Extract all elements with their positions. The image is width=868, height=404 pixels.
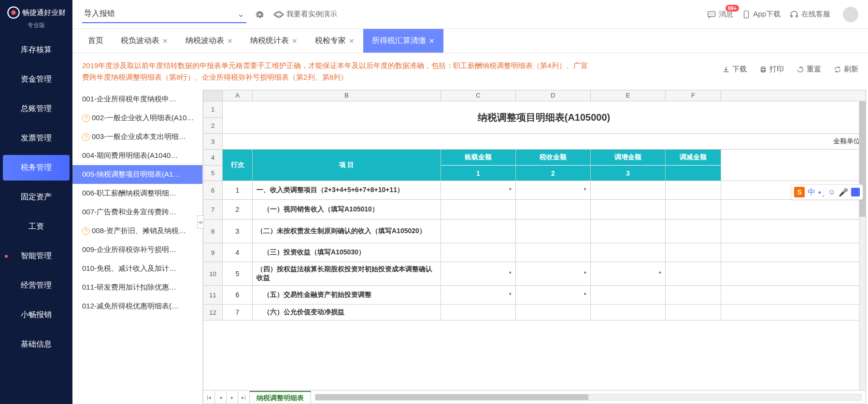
sidebar-item[interactable]: 基础信息 [0,330,72,359]
tab[interactable]: 税检专家✕ [306,29,363,53]
sidebar-item[interactable]: 资金管理 [0,65,72,94]
sheet-nav-first[interactable]: |◂ [203,391,215,404]
tree-item[interactable]: 007-广告费和业务宣传费跨… [72,203,202,222]
row-header[interactable]: 9 [203,243,223,262]
cell[interactable] [516,305,591,320]
sidebar-item[interactable]: 固定资产 [0,182,72,212]
ime-lang[interactable]: 中 [808,187,815,197]
cell[interactable] [666,243,721,262]
col-header[interactable]: B [253,90,441,101]
search-box[interactable]: 导入报错 ⌄ [82,6,246,23]
cell[interactable] [516,220,591,243]
search-input[interactable]: 导入报错 [84,9,237,19]
refresh-button[interactable]: 刷新 [834,65,858,74]
close-icon[interactable]: ✕ [349,37,355,45]
sidebar-item[interactable]: 工资 [0,212,72,241]
cell-item[interactable]: （一）视同销售收入（填写A105010） [253,200,441,219]
select-all-corner[interactable] [203,90,223,101]
tab[interactable]: 纳税统计表✕ [242,29,306,53]
col-header[interactable]: A [223,90,253,101]
app-download-button[interactable]: App下载 [742,10,781,19]
row-header[interactable]: 7 [203,200,223,219]
cell[interactable]: * [516,262,591,285]
chevron-down-icon[interactable]: ⌄ [237,9,244,19]
cell-item[interactable]: （二）未按权责发生制原则确认的收入（填写A105020） [253,220,441,243]
cell[interactable] [666,286,721,304]
row-header[interactable]: 8 [203,220,223,243]
cell[interactable]: * [591,262,666,285]
tree-item[interactable]: 006-职工薪酬纳税调整明细… [72,184,202,203]
cell-item[interactable]: （四）按权益法核算长期股权投资对初始投资成本调整确认收益 [253,262,441,285]
cell[interactable]: * [441,181,516,199]
row-header[interactable]: 1 [203,101,223,117]
cell[interactable]: * [516,286,591,304]
row-header[interactable]: 10 [203,262,223,285]
cell-idx[interactable]: 4 [223,243,253,262]
horizontal-scrollbar[interactable] [315,394,862,401]
cell[interactable] [591,286,666,304]
sheet-nav-next[interactable]: ▸ [227,391,238,404]
avatar[interactable] [843,7,858,22]
cell[interactable] [441,243,516,262]
cell[interactable] [666,305,721,320]
cell-idx[interactable]: 7 [223,305,253,320]
cell[interactable] [591,181,666,199]
cell[interactable] [591,243,666,262]
download-button[interactable]: 下载 [722,65,747,74]
cell[interactable] [441,200,516,219]
reset-button[interactable]: 重置 [797,65,821,74]
tree-item[interactable]: 001-企业所得税年度纳税申… [72,90,202,109]
cell[interactable] [591,220,666,243]
close-icon[interactable]: ✕ [227,37,233,45]
row-header[interactable]: 11 [203,286,223,304]
row-header[interactable]: 12 [203,305,223,320]
cell[interactable]: * [516,181,591,199]
cell[interactable] [666,262,721,285]
sheet-nav-last[interactable]: ▸| [238,391,250,404]
collapse-handle[interactable]: ≪ [197,215,204,229]
sidebar-item[interactable]: 总账管理 [0,94,72,124]
close-icon[interactable]: ✕ [429,37,435,45]
cell-item[interactable]: （五）交易性金融资产初始投资调整 [253,286,441,304]
row-header[interactable]: 6 [203,181,223,199]
col-header[interactable]: F [666,90,721,101]
col-header[interactable]: E [591,90,666,101]
sidebar-item[interactable]: 库存核算 [0,35,72,65]
cell[interactable] [591,305,666,320]
messages-button[interactable]: 消息 99+ [707,10,733,19]
cell[interactable] [591,200,666,219]
ime-keyboard-icon[interactable] [851,188,860,196]
cell-idx[interactable]: 5 [223,262,253,285]
sidebar-item[interactable]: 经营管理 [0,271,72,300]
cell[interactable] [441,220,516,243]
tree-item[interactable]: 010-免税、减计收入及加计… [72,259,202,278]
cell[interactable] [441,305,516,320]
sheet-tab[interactable]: 纳税调整明细表 [250,391,311,404]
row-header[interactable]: 5 [203,165,223,181]
cell[interactable] [666,220,721,243]
cell-idx[interactable]: 6 [223,286,253,304]
close-icon[interactable]: ✕ [162,37,168,45]
vertical-scrollbar[interactable] [859,101,866,390]
sidebar-item[interactable]: 智能管理 [0,241,72,271]
tree-item[interactable]: ?008-资产折旧、摊销及纳税… [72,222,202,240]
service-button[interactable]: 在线客服 [789,10,830,19]
row-header[interactable]: 3 [203,134,223,149]
cell-idx[interactable]: 3 [223,220,253,243]
tab[interactable]: 所得税汇算清缴✕ [363,29,443,53]
tab[interactable]: 税负波动表✕ [112,29,177,53]
tree-item[interactable]: 012-减免所得税优惠明细表(… [72,297,202,316]
cell[interactable]: * [441,262,516,285]
cell-item[interactable]: 一、收入类调整项目（2+3+4+5+6+7+8+10+11） [253,181,441,199]
ime-toolbar[interactable]: S 中 •ˏ ☺ 🎤 [791,184,863,200]
tab[interactable]: 纳税波动表✕ [177,29,242,53]
cell-idx[interactable]: 2 [223,200,253,219]
cell[interactable] [516,200,591,219]
tree-item[interactable]: 004-期间费用明细表(A1040… [72,146,202,165]
row-header[interactable]: 2 [203,117,223,133]
cell[interactable] [666,181,721,199]
sidebar-item[interactable]: 小畅报销 [0,300,72,330]
cell[interactable] [666,200,721,219]
tree-item[interactable]: ?003-一般企业成本支出明细… [72,127,202,146]
cell-item[interactable]: （三）投资收益（填写A105030） [253,243,441,262]
